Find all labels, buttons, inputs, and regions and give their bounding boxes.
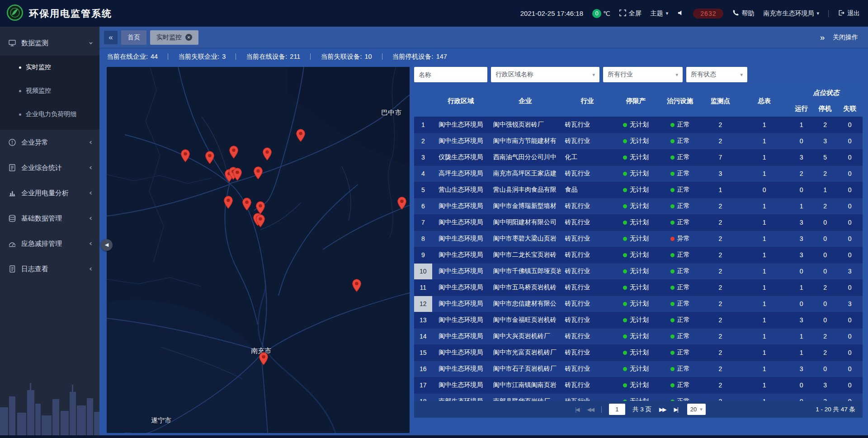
table-row[interactable]: 2 阆中生态环境局 阆中市南方节能建材有 砖瓦行业 无计划 正常 2 1 0 3…	[414, 133, 863, 149]
chevron-down-icon: ▾	[700, 406, 703, 412]
status-dot	[623, 188, 627, 192]
last-page-button[interactable]: ▶|	[674, 406, 677, 413]
table-row[interactable]: 5 营山生态环境局 营山县润丰肉食品有限 食品 无计划 正常 1 0 0 1 0	[414, 182, 863, 198]
prev-page-button[interactable]: ◀◀	[587, 406, 594, 413]
sidebar-item-power-load-detail[interactable]: 企业电力负荷明细	[0, 103, 99, 126]
first-page-button[interactable]: |◀	[575, 406, 579, 413]
status-dot	[670, 269, 675, 273]
tab-label: 首页	[127, 33, 140, 42]
cell-company: 阆中明阳建材有限公司	[490, 214, 561, 231]
tab-scroll-left-button[interactable]: «	[104, 31, 118, 44]
table-row[interactable]: 16 阆中生态环境局 阆中市石子页岩机砖厂 砖瓦行业 无计划 正常 2 1 3 …	[414, 361, 863, 377]
sound-button[interactable]	[677, 9, 684, 18]
table-row[interactable]: 1 阆中生态环境局 阆中强锐页岩砖厂 砖瓦行业 无计划 正常 2 1 1 2 0	[414, 117, 863, 133]
help-button[interactable]: 帮助	[732, 9, 754, 18]
map-pin[interactable]	[242, 198, 252, 212]
table-row[interactable]: 11 阆中生态环境局 阆中市五马桥页岩机砖 砖瓦行业 无计划 正常 2 1 1 …	[414, 279, 863, 296]
table-row[interactable]: 12 阆中生态环境局 阆中市忠信建材有限公 砖瓦行业 无计划 正常 2 1 0 …	[414, 296, 863, 312]
cell-stopped-count: 0	[813, 247, 837, 263]
table-row[interactable]: 8 阆中生态环境局 阆中市枣碧大梁山页岩 砖瓦行业 无计划 异常 2 1 3 0…	[414, 231, 863, 247]
cell-region: 阆中生态环境局	[432, 344, 490, 361]
table-row[interactable]: 14 阆中生态环境局 阆中大兴页岩机砖厂 砖瓦行业 无计划 正常 2 1 1 2…	[414, 328, 863, 344]
page-size-select[interactable]: 20 ▾	[687, 404, 706, 415]
cell-monitoring-points: 2	[702, 198, 739, 214]
table-row[interactable]: 3 仪陇生态环境局 西南油气田分公司川中 化工 无计划 正常 7 1 3 5 0	[414, 149, 863, 165]
status-dot	[670, 155, 675, 160]
map-pin[interactable]	[352, 279, 361, 294]
cell-running-count: 0	[789, 296, 813, 312]
table-row[interactable]: 13 阆中生态环境局 阆中市金福旺页岩机砖 砖瓦行业 无计划 正常 2 1 3 …	[414, 312, 863, 328]
sidebar-group-label: 日志查看	[21, 265, 84, 273]
map-pin[interactable]	[229, 146, 239, 160]
panels: 巴中市南充市遂宁市 ◀ 行政区域名称 ▾ 所有行业	[99, 65, 868, 438]
map-pin[interactable]	[254, 166, 263, 181]
tab-realtime-monitoring[interactable]: 实时监控 ✕	[150, 30, 198, 45]
map-pin[interactable]	[181, 149, 190, 164]
cell-region: 阆中生态环境局	[432, 133, 490, 149]
sidebar-group-data-monitoring[interactable]: 数据监测	[0, 30, 99, 56]
industry-filter-select[interactable]: 所有行业 ▾	[603, 67, 683, 82]
org-dropdown[interactable]: 南充市生态环境局 ▾	[763, 9, 819, 18]
cell-monitoring-points: 3	[702, 165, 739, 182]
sidebar-group-log-view[interactable]: 日志查看	[0, 256, 99, 282]
sidebar-group-power-analysis[interactable]: 企业用电量分析	[0, 180, 99, 206]
table-row[interactable]: 6 阆中生态环境局 阆中市金博瑞新型墙材 砖瓦行业 无计划 正常 2 1 1 2…	[414, 198, 863, 214]
cell-industry: 砖瓦行业	[561, 296, 613, 312]
cell-company: 阆中强锐页岩砖厂	[490, 117, 561, 133]
table-row[interactable]: 15 阆中生态环境局 阆中市光富页岩机砖厂 砖瓦行业 无计划 正常 2 1 1 …	[414, 344, 863, 361]
cell-monitoring-points: 2	[702, 231, 739, 247]
map-pin[interactable]	[263, 147, 272, 162]
map-pin[interactable]	[397, 197, 407, 212]
status-filter-select[interactable]: 所有状态 ▾	[686, 67, 747, 82]
table-row[interactable]: 17 阆中生态环境局 阆中市江南镇阆南页岩 砖瓦行业 无计划 正常 2 1 0 …	[414, 377, 863, 393]
row-index: 5	[421, 186, 425, 193]
theme-dropdown[interactable]: 主题 ▾	[651, 9, 669, 18]
sidebar-item-video-monitoring[interactable]: 视频监控	[0, 79, 99, 103]
cell-stopped-count: 5	[813, 149, 837, 165]
tab-home[interactable]: 首页	[121, 30, 146, 45]
content-area: « 首页 实时监控 ✕ » 关闭操作 当前在线企业: 44 当前失联企业: 3	[99, 27, 868, 438]
map-collapse-button[interactable]: ◀	[101, 239, 113, 251]
fullscreen-button[interactable]: 全屏	[619, 9, 642, 18]
stat-label: 当前停机设备:	[392, 52, 434, 61]
header-region: 行政区域	[432, 85, 490, 117]
exit-button[interactable]: 退出	[838, 9, 860, 18]
status-dot	[623, 351, 627, 355]
cell-offline-count: 0	[837, 312, 863, 328]
next-page-button[interactable]: ▶▶	[659, 406, 665, 413]
name-filter-input[interactable]	[414, 67, 487, 82]
sidebar-group-enterprise-abnormal[interactable]: 企业异常	[0, 130, 99, 155]
page-input[interactable]	[609, 404, 625, 415]
cell-facility-status: 正常	[659, 279, 702, 296]
row-index: 15	[420, 349, 427, 356]
sidebar-group-base-data[interactable]: 基础数据管理	[0, 206, 99, 231]
sidebar-item-realtime-monitoring[interactable]: 实时监控	[0, 56, 99, 79]
cell-offline-count: 0	[837, 182, 863, 198]
close-operations-button[interactable]: 关闭操作	[833, 33, 858, 42]
stat-separator	[168, 53, 168, 60]
map-pin[interactable]	[256, 214, 265, 229]
fullscreen-icon	[619, 9, 626, 18]
map-pin[interactable]	[224, 196, 233, 211]
table-row[interactable]: 9 阆中生态环境局 阆中市二龙长宝页岩砖 砖瓦行业 无计划 正常 2 1 3 0…	[414, 247, 863, 263]
exit-icon	[838, 9, 844, 18]
tab-close-icon[interactable]: ✕	[185, 34, 192, 41]
map-canvas[interactable]: 巴中市南充市遂宁市	[107, 67, 410, 433]
map-pin[interactable]	[296, 129, 305, 144]
cell-total-meters: 1	[739, 231, 789, 247]
map-pin[interactable]	[233, 168, 242, 183]
sidebar-group-emergency-reduction[interactable]: 应急减排管理	[0, 231, 99, 256]
sidebar-group-enterprise-statistics[interactable]: 企业综合统计	[0, 155, 99, 180]
region-filter-select[interactable]: 行政区域名称 ▾	[491, 67, 599, 82]
table-row[interactable]: 7 阆中生态环境局 阆中明阳建材有限公司 砖瓦行业 无计划 正常 2 1 3 0…	[414, 214, 863, 231]
map-pin[interactable]	[205, 151, 214, 166]
header-point-status-group: 点位状态	[789, 85, 863, 100]
table-row[interactable]: 18 南部生态环境局 南部县联华页岩砖厂 砖瓦行业 无计划 正常 2 1 0 3…	[414, 393, 863, 401]
row-index: 16	[420, 365, 427, 372]
table-row[interactable]: 10 阆中生态环境局 阆中市千佛镇五郎垭页岩 砖瓦行业 无计划 正常 2 1 0…	[414, 263, 863, 279]
tab-scroll-right-button[interactable]: »	[816, 31, 828, 44]
alarm-count-badge[interactable]: 2632	[693, 9, 723, 19]
map-pin[interactable]	[259, 352, 269, 367]
cell-running-count: 0	[789, 182, 813, 198]
table-row[interactable]: 4 高坪生态环境局 南充市高坪区王家店建 砖瓦行业 无计划 正常 3 1 2 2…	[414, 165, 863, 182]
